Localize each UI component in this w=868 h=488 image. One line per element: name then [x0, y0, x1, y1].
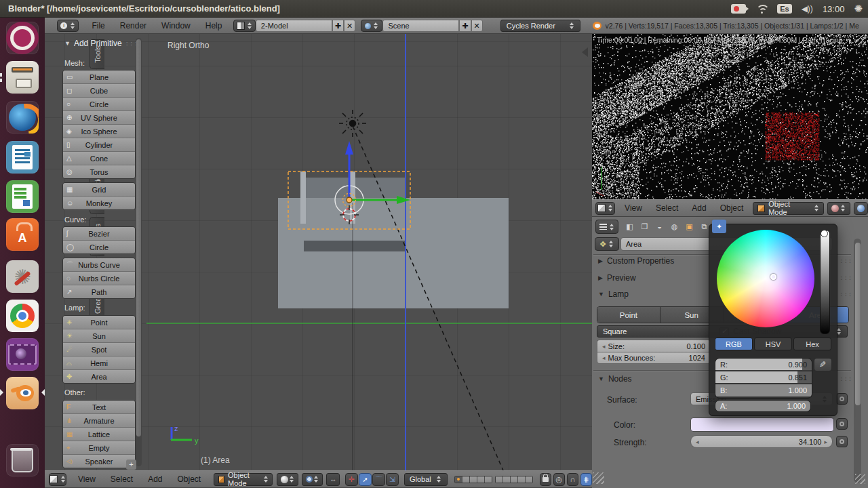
tool-curve-circle-button[interactable]: ◯Circle	[63, 241, 135, 253]
preview-panel-header[interactable]: ▶Preview	[598, 273, 636, 283]
menu-object[interactable]: Object	[170, 474, 209, 484]
tab-render[interactable]: ◧	[623, 220, 637, 233]
channel-a-slider[interactable]: A: 1.000	[715, 400, 811, 412]
info-editor-type-button[interactable]: i	[57, 20, 79, 32]
channel-g-slider[interactable]: G: 0.851	[715, 371, 812, 384]
tool-lattice-button[interactable]: ▦Lattice	[63, 428, 135, 441]
viewport-editor-type-button[interactable]	[49, 473, 66, 486]
add-tab-button[interactable]: +	[126, 460, 136, 470]
surface-keyframe-button[interactable]	[836, 393, 848, 405]
delete-scene-button[interactable]: ✕	[471, 20, 483, 32]
snap-magnet-button[interactable]: ∩	[567, 473, 578, 486]
add-scene-button[interactable]: ✚	[459, 20, 471, 32]
menu-object[interactable]: Object	[713, 203, 751, 213]
tool-path-button[interactable]: ↗Path	[63, 285, 135, 298]
launcher-item-system-settings[interactable]: ✺	[6, 260, 39, 293]
tool-monkey-button[interactable]: ☺Monkey	[63, 197, 135, 209]
channel-r-slider[interactable]: R: 0.900	[715, 359, 812, 371]
render-preview[interactable]: Time:00:00.00 | Remaining:00:00.00 | Mem…	[592, 34, 868, 199]
tab-scene[interactable]: ◒	[652, 220, 667, 233]
scene-icon-button[interactable]	[361, 20, 382, 32]
wifi-icon[interactable]	[755, 5, 768, 14]
scene-lock-button[interactable]	[540, 473, 551, 486]
channel-b-slider[interactable]: B: 1.000	[715, 384, 812, 396]
render-shading-selector[interactable]	[827, 202, 850, 215]
add-layout-button[interactable]: ✚	[332, 20, 344, 32]
render-editor-type-button[interactable]	[595, 202, 615, 215]
launcher-item-firefox[interactable]	[6, 101, 39, 134]
launcher-item-files[interactable]	[6, 61, 39, 94]
mode-selector[interactable]: Object Mode	[214, 473, 273, 486]
lamp-icon-button[interactable]: ✥	[595, 237, 619, 251]
size-field[interactable]: ◂ Size: 0.100	[597, 340, 711, 352]
delete-layout-button[interactable]: ✕	[344, 20, 355, 32]
layout-icon-button[interactable]	[233, 20, 255, 32]
launcher-item-blender[interactable]	[6, 377, 39, 409]
value-slider-handle[interactable]	[821, 230, 828, 237]
layout-selector[interactable]: 2-Model	[256, 20, 332, 32]
menu-file[interactable]: File	[84, 21, 112, 30]
tool-text-button[interactable]: FText	[63, 401, 135, 414]
tab-object[interactable]: ▣	[682, 220, 696, 233]
tool-bezier-button[interactable]: ʃBezier	[63, 227, 135, 241]
launcher-item-kazam[interactable]	[6, 338, 39, 371]
launcher-item-trash[interactable]	[6, 444, 39, 476]
tool-torus-button[interactable]: ◎Torus	[63, 165, 135, 178]
wheel-cursor[interactable]	[770, 274, 776, 280]
color-swatch[interactable]	[690, 418, 834, 432]
menu-select[interactable]: Select	[103, 474, 140, 484]
render-mode-selector[interactable]: Object Mode	[753, 202, 824, 215]
menu-select[interactable]: Select	[649, 203, 685, 213]
tool-armature-button[interactable]: ⋔Armature	[63, 414, 135, 428]
tool-ico-sphere-button[interactable]: ◈Ico Sphere	[63, 125, 135, 138]
manipulator-axis-button[interactable]: ✛	[345, 473, 358, 486]
properties-editor-type-button[interactable]	[595, 220, 618, 234]
add-primitive-panel-header[interactable]: ▼ Add Primitive ::::	[64, 39, 142, 48]
area-join-arrow[interactable]	[582, 47, 588, 57]
scene-geometry[interactable]	[278, 171, 509, 308]
launcher-item-software-center[interactable]: A	[6, 218, 39, 251]
launcher-item-chromium[interactable]	[6, 300, 39, 332]
strength-slider[interactable]: ◂ 34.100 ▸	[690, 435, 833, 448]
lamp-panel-header[interactable]: ▼Lamp	[598, 289, 629, 299]
session-menu-icon[interactable]: ✺	[854, 3, 863, 15]
menu-render[interactable]: Render	[113, 21, 154, 30]
tab-constraints[interactable]: ⧉	[697, 220, 711, 233]
tool-cylinder-button[interactable]: ▯Cylinder	[63, 138, 135, 152]
keyboard-layout-indicator[interactable]: Es	[777, 4, 791, 14]
max-bounces-field[interactable]: ◂ Max Bounces: 1024	[597, 352, 711, 364]
tool-plane-button[interactable]: ▭Plane	[63, 70, 135, 84]
properties-scrollbar[interactable]	[854, 239, 861, 483]
menu-add[interactable]: Add	[685, 203, 713, 213]
launcher-item-libreoffice-writer[interactable]	[6, 141, 39, 174]
lamp-type-point-button[interactable]: Point	[597, 307, 660, 323]
tool-area-lamp-button[interactable]: ✥Area	[63, 370, 135, 383]
menu-add[interactable]: Add	[140, 474, 170, 484]
menu-view[interactable]: View	[71, 474, 103, 484]
render-border-button[interactable]: ◎	[553, 473, 565, 486]
color-keyframe-button[interactable]	[836, 418, 848, 430]
nodes-panel-header[interactable]: ▼Nodes	[598, 374, 632, 384]
launcher-item-ubuntu-dash[interactable]	[6, 22, 39, 54]
engine-selector[interactable]: Cycles Render	[500, 20, 581, 32]
shading-selector[interactable]	[277, 473, 298, 486]
layers-widget-group2[interactable]	[495, 476, 533, 483]
tool-nurbs-circle-button[interactable]: ◌Nurbs Circle	[63, 272, 135, 285]
orientation-selector[interactable]: Global	[404, 473, 448, 486]
tool-sun-lamp-button[interactable]: ☀Sun	[63, 329, 135, 343]
tab-hex[interactable]: Hex	[793, 338, 831, 350]
manipulator-translate-button[interactable]: ➚	[359, 473, 372, 486]
launcher-item-libreoffice-calc[interactable]	[6, 180, 39, 213]
value-slider[interactable]	[820, 230, 830, 334]
point-lamp-gizmo[interactable]	[339, 110, 366, 137]
tab-render-layers[interactable]: ❐	[637, 220, 652, 233]
record-icon[interactable]	[731, 4, 746, 14]
tab-world[interactable]: ◍	[667, 220, 682, 233]
tab-object-data[interactable]: ✦	[712, 220, 726, 233]
layers-widget-group1[interactable]	[454, 476, 492, 483]
area-resize-grip[interactable]	[855, 474, 865, 484]
tool-spot-lamp-button[interactable]: ☄Spot	[63, 343, 135, 357]
menu-view[interactable]: View	[618, 203, 649, 213]
pin-id-button[interactable]	[854, 202, 868, 215]
tab-hsv[interactable]: HSV	[754, 338, 792, 350]
